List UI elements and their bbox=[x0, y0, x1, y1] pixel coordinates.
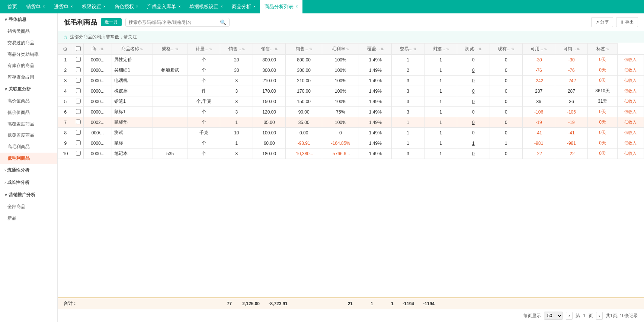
nav-home[interactable]: 首页 bbox=[3, 0, 22, 13]
nav-purchase[interactable]: 进货单 × bbox=[49, 0, 77, 13]
th-name[interactable]: 商品名称⇅ bbox=[112, 44, 153, 55]
sidebar-item-sales-goods[interactable]: 销售类商品 bbox=[0, 26, 57, 37]
row-checkbox[interactable] bbox=[76, 130, 81, 135]
th-days[interactable]: 可销...⇅ bbox=[555, 44, 588, 55]
browse1-link[interactable]: 0 bbox=[472, 57, 475, 63]
sidebar-group-marketing[interactable]: ∨ 营销推广分析 bbox=[0, 189, 57, 201]
sidebar-item-low-value[interactable]: 低价值商品 bbox=[0, 107, 57, 118]
sidebar-group-association[interactable]: ∨ 关联度分析 bbox=[0, 83, 57, 95]
browse1-cell[interactable]: 0 bbox=[457, 96, 490, 107]
sidebar-item-stocked-goods[interactable]: 有库存的商品 bbox=[0, 60, 57, 71]
th-code[interactable]: 商...⇅ bbox=[83, 44, 112, 55]
browse1-link[interactable]: 0 bbox=[472, 109, 475, 115]
browse1-link[interactable]: 0 bbox=[472, 68, 475, 73]
sidebar-item-traded-goods[interactable]: 交易过的商品 bbox=[0, 37, 57, 49]
sidebar-item-stock-capital[interactable]: 库存资金占用 bbox=[0, 71, 57, 83]
row-checkbox[interactable] bbox=[76, 67, 81, 72]
sidebar-group-growth[interactable]: › 成长性分析 bbox=[0, 176, 57, 189]
th-stock[interactable]: 现有...⇅ bbox=[490, 44, 522, 55]
th-amount[interactable]: 销售...⇅ bbox=[286, 44, 322, 55]
date-tag-button[interactable]: 近一月 bbox=[101, 18, 122, 26]
browse1-link[interactable]: 0 bbox=[472, 89, 475, 94]
sidebar-group-liquidity[interactable]: › 流通性分析 bbox=[0, 164, 57, 176]
name-cell[interactable]: 鼠标 bbox=[112, 138, 153, 149]
name-cell[interactable]: 电话机 bbox=[112, 76, 153, 86]
close-icon[interactable]: × bbox=[221, 0, 223, 13]
nav-permissions[interactable]: 权限设置 × bbox=[77, 0, 110, 13]
close-icon[interactable]: × bbox=[43, 0, 45, 13]
row-checkbox-cell[interactable] bbox=[73, 117, 83, 128]
row-checkbox-cell[interactable] bbox=[73, 138, 83, 149]
row-checkbox[interactable] bbox=[76, 119, 81, 124]
row-checkbox-cell[interactable] bbox=[73, 65, 83, 76]
name-cell[interactable]: 吴细细1 bbox=[112, 65, 153, 76]
th-spec[interactable]: 规格...⇅ bbox=[153, 44, 188, 55]
nav-product-analysis[interactable]: 商品分析 × bbox=[227, 0, 260, 13]
sidebar-item-high-margin[interactable]: 高毛利商品 bbox=[0, 141, 57, 153]
row-checkbox[interactable] bbox=[76, 151, 81, 156]
sidebar-group-overall[interactable]: ∨ 整体信息 bbox=[0, 13, 57, 26]
th-price[interactable]: 销售...⇅ bbox=[253, 44, 286, 55]
sidebar-item-high-coverage[interactable]: 高覆盖度商品 bbox=[0, 118, 57, 130]
name-cell[interactable]: 属性定价 bbox=[112, 55, 153, 65]
browse1-link[interactable]: 0 bbox=[472, 151, 475, 156]
th-avail[interactable]: 可用...⇅ bbox=[522, 44, 555, 55]
close-icon[interactable]: × bbox=[253, 0, 256, 13]
row-checkbox[interactable] bbox=[76, 99, 81, 103]
close-icon[interactable]: × bbox=[103, 0, 106, 13]
export-button[interactable]: ⬇ 导出 bbox=[616, 17, 638, 27]
name-cell[interactable]: 鼠标1 bbox=[112, 107, 153, 117]
sidebar-item-low-margin[interactable]: 低毛利商品 bbox=[0, 153, 57, 164]
nav-template[interactable]: 单据模板设置 × bbox=[185, 0, 227, 13]
browse1-cell[interactable]: 0 bbox=[457, 107, 490, 117]
browse1-link[interactable]: 0 bbox=[472, 130, 475, 136]
browse1-link[interactable]: 0 bbox=[472, 120, 475, 125]
browse1-cell[interactable]: 1 bbox=[457, 138, 490, 149]
row-checkbox[interactable] bbox=[76, 109, 81, 114]
browse1-cell[interactable]: 0 bbox=[457, 149, 490, 159]
select-all-checkbox[interactable] bbox=[76, 46, 81, 51]
th-settings[interactable]: ⚙ bbox=[58, 44, 73, 55]
close-icon[interactable]: × bbox=[178, 0, 180, 13]
browse1-cell[interactable]: 0 bbox=[457, 117, 490, 128]
th-qty[interactable]: 销售...⇅ bbox=[220, 44, 253, 55]
browse1-cell[interactable]: 0 bbox=[457, 128, 490, 138]
name-cell[interactable]: 橡皮擦 bbox=[112, 86, 153, 96]
row-checkbox[interactable] bbox=[76, 57, 81, 62]
close-icon[interactable]: × bbox=[71, 0, 73, 13]
th-checkbox[interactable] bbox=[73, 44, 83, 55]
th-unit[interactable]: 计量...⇅ bbox=[188, 44, 220, 55]
th-tag[interactable]: 标签⇅ bbox=[588, 44, 618, 55]
row-checkbox-cell[interactable] bbox=[73, 76, 83, 86]
nav-sales[interactable]: 销货单 × bbox=[22, 0, 49, 13]
browse1-cell[interactable]: 0 bbox=[457, 65, 490, 76]
nav-roles[interactable]: 角色授权 × bbox=[110, 0, 143, 13]
th-trade[interactable]: 交易...⇅ bbox=[392, 44, 424, 55]
sidebar-item-new-goods[interactable]: 新品 bbox=[0, 213, 57, 224]
row-checkbox[interactable] bbox=[76, 88, 81, 93]
row-checkbox-cell[interactable] bbox=[73, 149, 83, 159]
nav-product-in[interactable]: 产成品入库单 × bbox=[142, 0, 185, 13]
th-browse2[interactable]: 浏览...⇅ bbox=[457, 44, 490, 55]
browse1-cell[interactable]: 0 bbox=[457, 76, 490, 86]
row-checkbox[interactable] bbox=[76, 78, 81, 83]
row-checkbox[interactable] bbox=[76, 140, 81, 145]
th-coverage[interactable]: 覆盖...⇅ bbox=[359, 44, 392, 55]
nav-analysis-list[interactable]: 商品分析列表 × bbox=[260, 0, 302, 13]
browse1-cell[interactable]: 0 bbox=[457, 86, 490, 96]
browse1-link[interactable]: 1 bbox=[472, 141, 475, 146]
close-icon[interactable]: × bbox=[136, 0, 138, 13]
name-cell[interactable]: 测试 bbox=[112, 128, 153, 138]
th-browse1[interactable]: 浏览...⇅ bbox=[424, 44, 457, 55]
browse1-link[interactable]: 0 bbox=[472, 99, 475, 104]
close-icon[interactable]: × bbox=[296, 0, 298, 13]
row-checkbox-cell[interactable] bbox=[73, 86, 83, 96]
row-checkbox-cell[interactable] bbox=[73, 55, 83, 65]
name-cell[interactable]: 铅笔1 bbox=[112, 96, 153, 107]
search-icon[interactable]: 🔍 bbox=[220, 19, 226, 25]
th-gross[interactable]: 毛利率⇅ bbox=[322, 44, 359, 55]
browse1-cell[interactable]: 0 bbox=[457, 55, 490, 65]
row-checkbox-cell[interactable] bbox=[73, 96, 83, 107]
sidebar-item-all-goods[interactable]: 全部商品 bbox=[0, 201, 57, 213]
search-input[interactable] bbox=[129, 20, 220, 25]
